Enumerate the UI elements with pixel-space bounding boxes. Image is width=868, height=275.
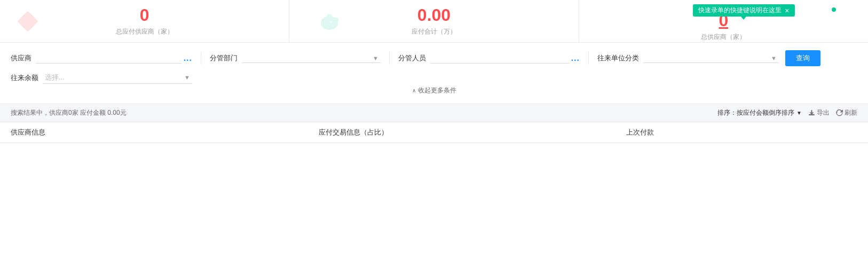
divider-3 — [588, 52, 589, 65]
balance-placeholder: 选择... — [45, 73, 184, 82]
unit-select[interactable]: ▼ — [643, 54, 779, 63]
tooltip-badge: 快速录单的快捷键说明在这里 × — [693, 4, 794, 17]
tooltip-text: 快速录单的快捷键说明在这里 — [698, 6, 782, 15]
svg-rect-0 — [17, 11, 38, 32]
filter-row-2: 往来余额 选择... ▼ — [11, 72, 857, 84]
unit-arrow-icon: ▼ — [771, 55, 777, 61]
collapse-btn[interactable]: ∧ 收起更多条件 — [412, 86, 456, 95]
payable-total-number: 0.00 — [417, 6, 451, 25]
refresh-btn[interactable]: 刷新 — [836, 108, 857, 117]
filter-person: 分管人员 ... — [398, 53, 580, 64]
table-col-last-payment: 上次付款 — [626, 128, 857, 137]
table-header: 供应商信息 应付交易信息（占比） 上次付款 — [0, 122, 868, 143]
filter-section: 供应商 ... 分管部门 ▼ 分管人员 ... 往来单位分类 ▼ — [0, 43, 868, 104]
table-col-supplier-info: 供应商信息 — [11, 128, 319, 137]
supplier-label: 供应商 — [11, 53, 31, 63]
collapse-text: 收起更多条件 — [418, 86, 456, 95]
divider-1 — [201, 52, 201, 65]
payable-suppliers-number: 0 — [140, 6, 149, 25]
svg-rect-3 — [327, 14, 332, 18]
filter-dept: 分管部门 ▼ — [210, 53, 381, 63]
filter-row-1: 供应商 ... 分管部门 ▼ 分管人员 ... 往来单位分类 ▼ — [11, 50, 857, 66]
dept-select[interactable]: ▼ — [242, 54, 381, 63]
supplier-input[interactable] — [36, 53, 182, 64]
results-bar: 搜索结果中，供应商0家 应付金额 0.00元 排序：按应付会额倒序排序 ▼ 导出… — [0, 104, 868, 122]
filter-unit: 往来单位分类 ▼ — [597, 53, 779, 63]
export-btn[interactable]: 导出 — [808, 108, 830, 117]
refresh-icon — [836, 109, 843, 116]
filter-balance: 往来余额 选择... ▼ — [11, 72, 192, 84]
query-button[interactable]: 查询 — [785, 50, 820, 66]
dot-indicator — [832, 7, 836, 12]
person-input[interactable] — [430, 53, 569, 64]
payable-suppliers-label: 总应付供应商（家） — [116, 27, 173, 36]
sort-label: 排序：按应付会额倒序排序 — [717, 108, 794, 117]
total-suppliers-label: 总供应商（家） — [701, 33, 746, 42]
supplier-dots-btn[interactable]: ... — [184, 53, 192, 63]
table-body — [0, 143, 868, 275]
collapse-icon: ∧ — [412, 88, 416, 93]
diamond-icon — [16, 10, 40, 33]
filter-supplier: 供应商 ... — [11, 53, 192, 64]
results-info: 搜索结果中，供应商0家 应付金额 0.00元 — [11, 108, 127, 117]
payable-total-label: 应付合计（万） — [412, 27, 456, 36]
svg-point-4 — [322, 22, 325, 28]
person-label: 分管人员 — [398, 53, 426, 63]
dept-label: 分管部门 — [210, 53, 238, 63]
export-icon — [808, 109, 815, 116]
dept-arrow-icon: ▼ — [373, 55, 378, 61]
stats-item-total-suppliers: 快速录单的快捷键说明在这里 × 0 总供应商（家） — [579, 0, 868, 42]
svg-point-5 — [334, 22, 337, 28]
stats-item-payable-suppliers: 0 总应付供应商（家） — [0, 0, 289, 42]
divider-2 — [389, 52, 390, 65]
table-col-payable-info: 应付交易信息（占比） — [319, 128, 627, 137]
unit-label: 往来单位分类 — [597, 53, 639, 63]
tooltip-close-btn[interactable]: × — [785, 7, 789, 14]
refresh-label: 刷新 — [845, 108, 857, 117]
sort-arrow-icon: ▼ — [796, 110, 802, 116]
balance-label: 往来余额 — [11, 73, 38, 83]
results-actions: 排序：按应付会额倒序排序 ▼ 导出 刷新 — [717, 108, 857, 117]
piggy-icon — [316, 8, 343, 35]
svg-point-6 — [330, 21, 332, 23]
export-label: 导出 — [817, 108, 830, 117]
balance-select[interactable]: 选择... ▼ — [43, 72, 192, 84]
stats-bar: 0 总应付供应商（家） 0.00 应付合计（万） 快速录单的快捷键说明在这里 ×… — [0, 0, 868, 43]
sort-select[interactable]: 排序：按应付会额倒序排序 ▼ — [717, 108, 802, 117]
stats-item-payable-total: 0.00 应付合计（万） — [289, 0, 579, 42]
person-dots-btn[interactable]: ... — [571, 53, 580, 63]
balance-arrow-icon: ▼ — [184, 74, 190, 81]
svg-point-2 — [334, 18, 338, 22]
